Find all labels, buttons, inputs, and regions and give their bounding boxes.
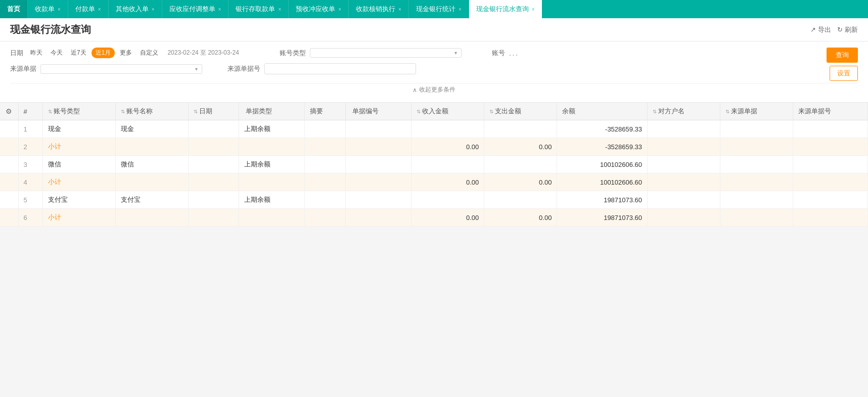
table-cell: 0.00 — [484, 138, 557, 156]
table-cell — [0, 191, 18, 209]
column-gear-icon[interactable]: ⚙ — [6, 107, 12, 115]
table-cell — [648, 138, 720, 156]
table-cell: 上期余额 — [239, 191, 304, 209]
refresh-button[interactable]: ↻ 刷新 — [837, 25, 858, 34]
table-cell: 2 — [18, 138, 42, 156]
table-cell: 0.00 — [484, 209, 557, 227]
nav-item-receipt[interactable]: 收款单× — [28, 0, 68, 18]
source-doc-label: 来源单据 — [10, 64, 36, 73]
table-cell: 支付宝 — [116, 191, 189, 209]
table-cell — [189, 138, 239, 156]
source-doc-number-input[interactable] — [264, 63, 416, 74]
source-doc-filter-group: 来源单据 ▾ — [10, 64, 202, 74]
date-btn-today[interactable]: 今天 — [48, 48, 66, 58]
account-label: 账号 — [492, 49, 505, 58]
table-cell — [720, 120, 793, 138]
table-cell — [648, 120, 720, 138]
source-doc-select[interactable]: ▾ — [40, 64, 202, 74]
nav-close-icon[interactable]: × — [532, 7, 535, 12]
account-type-filter-group: 账号类型 ▾ — [280, 48, 462, 58]
table-cell — [239, 173, 304, 191]
nav-item-cash-flow-query[interactable]: 现金银行流水查询× — [469, 0, 542, 18]
table-cell — [345, 209, 411, 227]
table-cell: 4 — [18, 173, 42, 191]
col-counterpart: ⇅对方户名 — [648, 103, 720, 120]
table-cell — [648, 173, 720, 191]
col-income: ⇅收入金额 — [412, 103, 484, 120]
table-cell — [0, 138, 18, 156]
table-cell: 微信 — [42, 156, 115, 173]
nav-item-home[interactable]: 首页 — [0, 0, 28, 18]
source-doc-chevron-icon: ▾ — [195, 66, 198, 72]
account-dots-button[interactable]: ... — [509, 49, 519, 58]
table-cell: 0.00 — [412, 209, 484, 227]
table-cell — [116, 173, 189, 191]
table-cell — [189, 120, 239, 138]
date-btn-more[interactable]: 更多 — [117, 48, 135, 58]
table-cell — [305, 191, 346, 209]
table-cell: 小计 — [42, 173, 115, 191]
nav-close-icon[interactable]: × — [98, 7, 101, 12]
table-cell — [793, 156, 868, 173]
nav-close-icon[interactable]: × — [278, 7, 281, 12]
table-row: 1现金现金上期余额-3528659.33 — [0, 120, 868, 138]
table-cell — [239, 138, 304, 156]
table-cell: -3528659.33 — [557, 120, 648, 138]
table-cell: 1 — [18, 120, 42, 138]
nav-close-icon[interactable]: × — [152, 7, 155, 12]
table-cell — [0, 156, 18, 173]
export-button[interactable]: ↗ 导出 — [810, 25, 831, 34]
cash-flow-table: ⚙ # ⇅账号类型 ⇅账号名称 ⇅日期 单据类型 摘要 单据编号 ⇅收入金额 ⇅… — [0, 103, 868, 227]
table-cell — [0, 173, 18, 191]
table-row: 4小计0.000.00100102606.60 — [0, 173, 868, 191]
table-cell: 3 — [18, 156, 42, 173]
collapse-up-icon: ∧ — [413, 86, 417, 94]
date-btn-custom[interactable]: 自定义 — [137, 48, 161, 58]
collapse-label: 收起更多条件 — [419, 85, 455, 94]
nav-item-cash-stats[interactable]: 现金银行统计× — [409, 0, 469, 18]
nav-item-bank-deposit[interactable]: 银行存取款单× — [229, 0, 289, 18]
table-cell: 现金 — [116, 120, 189, 138]
col-num: # — [18, 103, 42, 120]
table-cell — [412, 191, 484, 209]
table-cell — [116, 209, 189, 227]
nav-item-prepay-offset[interactable]: 预收冲应收单× — [289, 0, 349, 18]
nav-close-icon[interactable]: × — [459, 7, 462, 12]
nav-item-ar-ap-adjust[interactable]: 应收应付调整单× — [162, 0, 229, 18]
col-account-type: ⇅账号类型 — [42, 103, 115, 120]
col-doc-number: 单据编号 — [345, 103, 411, 120]
table-cell: 100102606.60 — [557, 156, 648, 173]
filter-row-2: 来源单据 ▾ 来源单据号 — [10, 63, 827, 74]
nav-close-icon[interactable]: × — [338, 7, 341, 12]
nav-close-icon[interactable]: × — [58, 7, 61, 12]
nav-item-other-income[interactable]: 其他收入单× — [109, 0, 162, 18]
table-cell: 支付宝 — [42, 191, 115, 209]
nav-item-receipt-verify[interactable]: 收款核销执行× — [349, 0, 409, 18]
date-btn-last1month[interactable]: 近1月 — [92, 48, 115, 58]
collapse-more-conditions-button[interactable]: ∧ 收起更多条件 — [10, 83, 858, 96]
col-balance: 余额 — [557, 103, 648, 120]
col-date: ⇅日期 — [189, 103, 239, 120]
table-cell — [305, 138, 346, 156]
nav-close-icon[interactable]: × — [398, 7, 401, 12]
table-cell — [412, 156, 484, 173]
table-cell: 0.00 — [412, 138, 484, 156]
table-cell — [239, 209, 304, 227]
table-cell: 19871073.60 — [557, 209, 648, 227]
table-cell — [305, 120, 346, 138]
nav-close-icon[interactable]: × — [218, 7, 221, 12]
table-cell — [189, 209, 239, 227]
account-type-select[interactable]: ▾ — [310, 48, 462, 58]
table-cell — [484, 191, 557, 209]
table-cell: 19871073.60 — [557, 191, 648, 209]
table-cell — [720, 173, 793, 191]
table-row: 2小计0.000.00-3528659.33 — [0, 138, 868, 156]
date-btn-yesterday[interactable]: 昨天 — [27, 48, 45, 58]
table-header: ⚙ # ⇅账号类型 ⇅账号名称 ⇅日期 单据类型 摘要 单据编号 ⇅收入金额 ⇅… — [0, 103, 868, 120]
query-button[interactable]: 查询 — [827, 48, 858, 63]
table-cell: 5 — [18, 191, 42, 209]
settings-button[interactable]: 设置 — [830, 66, 858, 81]
col-expense: ⇅支出金额 — [484, 103, 557, 120]
date-btn-last7[interactable]: 近7天 — [68, 48, 89, 58]
nav-item-payment[interactable]: 付款单× — [68, 0, 109, 18]
